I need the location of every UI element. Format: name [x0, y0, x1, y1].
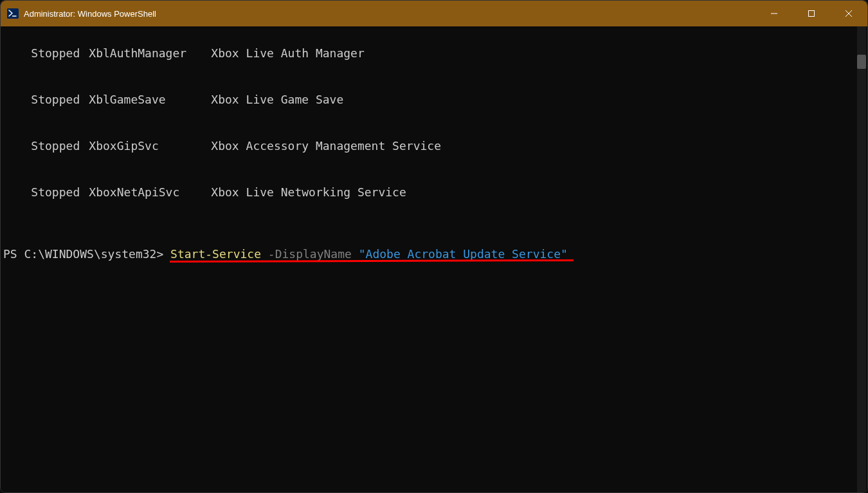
service-name: XblAuthManager: [89, 46, 211, 61]
maximize-button[interactable]: [793, 1, 830, 26]
service-name: XboxGipSvc: [89, 138, 211, 154]
service-status: Stopped: [31, 138, 89, 154]
service-row: StoppedXblAuthManagerXbox Live Auth Mana…: [3, 30, 865, 77]
scrollbar-thumb[interactable]: [857, 55, 866, 69]
command-cmdlet: Start-Service: [170, 247, 261, 261]
service-display: Xbox Live Game Save: [211, 92, 343, 107]
minimize-button[interactable]: [755, 1, 793, 26]
svg-rect-3: [809, 11, 815, 17]
terminal-body[interactable]: StoppedXblAuthManagerXbox Live Auth Mana…: [1, 26, 867, 493]
service-status: Stopped: [31, 46, 89, 61]
command-parameter: -DisplayName: [261, 247, 359, 261]
titlebar-left: Administrator: Windows PowerShell: [1, 8, 156, 19]
powershell-icon: [7, 8, 19, 19]
window-controls: [755, 1, 867, 26]
scrollbar-track[interactable]: [857, 26, 866, 493]
service-display: Xbox Accessory Management Service: [211, 138, 441, 154]
service-display: Xbox Live Auth Manager: [211, 46, 364, 61]
service-display: Xbox Live Networking Service: [211, 185, 406, 200]
window-title: Administrator: Windows PowerShell: [24, 9, 156, 19]
service-row: StoppedXboxGipSvcXbox Accessory Manageme…: [3, 123, 865, 169]
command-line: PS C:\WINDOWS\system32> Start-Service -D…: [3, 247, 865, 262]
service-row: StoppedXblGameSaveXbox Live Game Save: [3, 77, 865, 123]
titlebar: Administrator: Windows PowerShell: [1, 1, 867, 26]
service-status: Stopped: [31, 185, 89, 200]
service-status: Stopped: [31, 92, 89, 107]
service-name: XboxNetApiSvc: [89, 185, 211, 200]
service-row: StoppedXboxNetApiSvcXbox Live Networking…: [3, 169, 865, 216]
service-name: XblGameSave: [89, 92, 211, 107]
prompt-text: PS C:\WINDOWS\system32>: [3, 247, 170, 261]
command-argument: "Adobe Acrobat Update Service": [359, 247, 568, 261]
close-button[interactable]: [830, 1, 867, 26]
